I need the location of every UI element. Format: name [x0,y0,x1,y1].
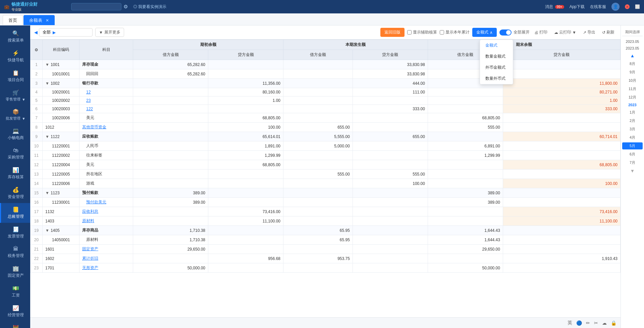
table-row[interactable]: 2014050001原材料1,710.3865.951,644.43 [31,235,621,245]
name-link[interactable]: 122 [86,107,93,111]
table-row[interactable]: 81012其他货币资金100.00655.00555.00 [31,123,621,132]
edit-icon[interactable]: ✏ [586,320,590,326]
name-link[interactable]: 累计折旧 [82,256,98,261]
table-row[interactable]: 1411220006游戏100.00100.00 [31,179,621,188]
name-link[interactable]: 应收利息 [82,209,98,214]
table-row[interactable]: 171132应收利息73,416.0073,416.00 [31,207,621,216]
checkbox-year[interactable]: 显示本年累计 [440,29,470,35]
table-row[interactable]: 231701无形资产50,000.0050,000.00 [31,263,621,273]
sidebar-item-salary[interactable]: 💵 工资 [0,282,30,302]
table-row[interactable]: 210010001回回回65,282.6033,830.9831,451.62 [31,69,621,79]
sidebar-item-purchase[interactable]: 🛍 采购管理 [0,144,30,163]
table-row[interactable]: 1611230001预付款美元389.00389.00 [31,198,621,207]
table-row[interactable]: 15▼1123预付账款389.00389.00 [31,188,621,198]
tab-home[interactable]: 首页 [3,15,23,25]
row-name[interactable]: 固定资产 [79,245,133,254]
name-link[interactable]: 固定资产 [82,247,98,251]
refresh-btn[interactable]: ↺ 刷新 [600,28,616,37]
sidebar-item-operations[interactable]: 📈 经营管理 [0,302,30,321]
year-item-2023-start[interactable]: 2023.05 [622,39,643,44]
lang-icon[interactable]: 英 [568,320,572,326]
sidebar-item-assets[interactable]: 🏢 固定资产 [0,262,30,282]
table-row[interactable]: 9▼1122应收账款65,614.015,555.00655.0060,714.… [31,132,621,141]
row-name[interactable]: 累计折旧 [79,254,133,263]
row-name[interactable]: 12 [79,88,133,96]
export-btn[interactable]: ↗ 导出 [581,28,597,37]
return-old-btn[interactable]: 返回旧版 [380,28,405,37]
month-8[interactable]: 8月 [622,60,643,67]
name-link[interactable]: 预付款美元 [86,200,106,204]
sidebar-item-invoice[interactable]: 🧾 发票管理 [0,223,30,243]
tab-close-icon[interactable]: ✕ [46,18,49,23]
table-row[interactable]: 610020003122333.00333.00 [31,105,621,113]
row-name[interactable]: 原材料 [79,216,133,226]
table-row[interactable]: 3▼1002银行存款11,356.00444.0011,800.00 [31,79,621,88]
month-6[interactable]: 6月 [622,151,643,158]
month-5[interactable]: 5月 [622,142,643,149]
name-link[interactable]: 原材料 [82,218,94,223]
expand-btn[interactable]: ▼ 展开更多 [95,28,124,37]
cut-icon[interactable]: ✂ [594,320,598,326]
dropdown-item-qty-foreign[interactable]: 数量外币式 [480,73,513,84]
month-12[interactable]: 12月 [622,94,643,101]
sidebar-item-quicknav[interactable]: ⚡ 快捷导航 [0,47,30,66]
month-11[interactable]: 11月 [622,85,643,92]
close-btn[interactable]: ✕ [625,4,630,9]
table-row[interactable]: 510020002231.001.00 [31,96,621,105]
sidebar-item-ledger[interactable]: 📒 总账管理 [0,203,30,223]
table-row[interactable]: 1311220005所在地区555.00555.00 [31,170,621,179]
sidebar-item-search[interactable]: 🔍 搜索菜单 [0,27,30,47]
year-checkbox[interactable] [440,30,444,35]
th-setting[interactable]: ⚙ [31,40,43,60]
status-icon[interactable]: 🔵 [576,320,582,326]
message-btn[interactable]: 消息 99+ [545,4,564,10]
table-wrapper[interactable]: ⚙ 科目编码 科目 期初余额 本期发生额 期末余额 借方金额 贷方金额 借方金额… [30,40,621,317]
table-row[interactable]: 710020006美元68,805.0068,805.00 [31,113,621,123]
row-name[interactable]: 无形资产 [79,263,133,273]
demo-link[interactable]: 我要看实例演示 [133,4,166,10]
name-link[interactable]: 12 [86,90,91,94]
mode-btn[interactable]: 金额式 ∧ [472,28,497,37]
table-row[interactable]: 1▼1001库存现金65,282.6033,830.9831,451.62 [31,60,621,69]
table-row[interactable]: 211601固定资产29,650.0029,650.00 [31,245,621,254]
table-row[interactable]: 221602累计折旧956.68953.751,910.43 [31,254,621,263]
lock-icon[interactable]: 🔒 [611,320,616,326]
sidebar-item-expense[interactable]: 🧮 小畅报销 [0,321,30,328]
filter-selector[interactable]: 全部 ▶ [39,28,93,37]
cloud-print-btn[interactable]: ☁ 云打印 ▼ [552,28,578,37]
sidebar-item-project[interactable]: 📋 项目合同 [0,66,30,86]
online-service-btn[interactable]: 在线客服 [590,4,606,10]
filter-arrow-icon[interactable]: ▶ [53,30,56,35]
table-row[interactable]: 19▼1405库存商品1,710.3865.951,644.43 [31,226,621,235]
print-btn[interactable]: 🖨 打印 [532,28,549,37]
sidebar-item-inventory[interactable]: 📊 库存核算 [0,163,30,183]
name-link[interactable]: 其他货币资金 [82,125,106,129]
toggle-track[interactable] [499,29,512,36]
sidebar-item-tax[interactable]: 🏛 税务管理 [0,243,30,262]
table-row[interactable]: 181403原材料11,100.0011,100.00 [31,216,621,226]
name-link[interactable]: 23 [86,98,91,103]
cloud-icon[interactable]: ☁ [602,320,607,326]
row-name[interactable]: 23 [79,96,133,105]
row-name[interactable]: 应收利息 [79,207,133,216]
year-item-2023-end[interactable]: 2023.05 [622,46,643,51]
month-9[interactable]: 9月 [622,69,643,76]
sidebar-item-retail[interactable]: 🛒 零售管理 ▼ [0,86,30,105]
month-7[interactable]: 7月 [622,159,643,166]
assist-checkbox[interactable] [407,30,412,35]
month-3[interactable]: 3月 [622,126,643,133]
month-10[interactable]: 10月 [622,77,643,84]
month-4[interactable]: 4月 [622,134,643,141]
sidebar-item-ecommerce[interactable]: 💻 小畅电商 [0,124,30,144]
month-2[interactable]: 2月 [622,117,643,124]
gear-icon[interactable]: ⚙ [123,4,128,10]
table-row[interactable]: 1011220001人民币1,891.005,000.006,891.00 [31,141,621,151]
dropdown-item-amount[interactable]: 金额式 [480,40,513,51]
settings-icon[interactable]: ⚙ [35,48,38,52]
name-link[interactable]: 无形资产 [82,265,98,270]
dropdown-item-qty-amount[interactable]: 数量金额式 [480,51,513,62]
filter-back-icon[interactable]: ◀ [34,30,38,35]
nav-down-arrow[interactable]: ▼ [622,168,643,174]
row-name[interactable]: 122 [79,105,133,113]
table-row[interactable]: 1211220004美元68,805.0068,805.00 [31,160,621,170]
